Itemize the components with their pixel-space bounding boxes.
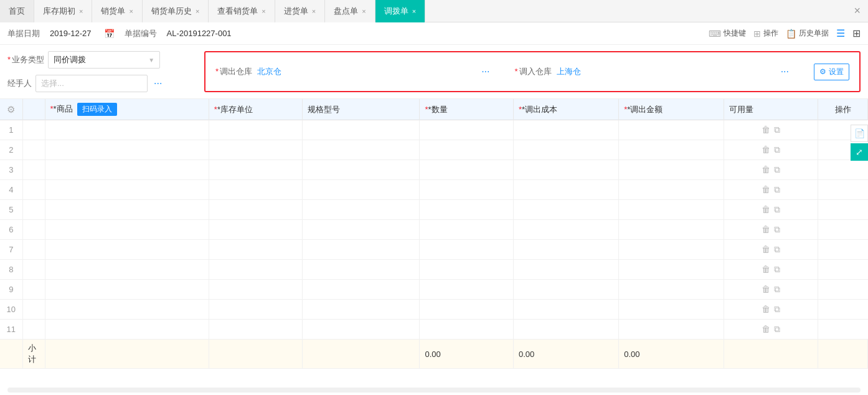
row-cost[interactable] <box>420 240 513 260</box>
scan-button[interactable]: 扫码录入 <box>77 103 117 116</box>
row-amount[interactable] <box>513 200 618 220</box>
row-spec[interactable] <box>209 240 302 260</box>
delete-icon[interactable]: 🗑 <box>762 244 770 254</box>
row-product[interactable] <box>22 260 45 280</box>
layout-btn-grid[interactable]: ⊞ <box>852 27 861 39</box>
row-unit[interactable] <box>45 180 209 200</box>
row-qty[interactable] <box>303 300 420 320</box>
tab-initial-stock[interactable]: 库存期初 × <box>34 0 92 22</box>
row-amount[interactable] <box>513 180 618 200</box>
delete-icon[interactable]: 🗑 <box>762 324 770 334</box>
row-product[interactable] <box>22 200 45 220</box>
delete-icon[interactable]: 🗑 <box>762 264 770 274</box>
row-amount[interactable] <box>513 240 618 260</box>
row-available[interactable] <box>619 300 724 320</box>
row-product[interactable] <box>22 180 45 200</box>
copy-icon[interactable]: ⧉ <box>774 264 780 274</box>
scrollbar-container[interactable] <box>0 385 868 395</box>
row-available[interactable] <box>619 180 724 200</box>
tab-home[interactable]: 首页 <box>0 0 34 22</box>
copy-icon[interactable]: ⧉ <box>774 204 780 214</box>
row-unit[interactable] <box>45 220 209 240</box>
tab-purchase-order-close[interactable]: × <box>312 7 316 15</box>
row-available[interactable] <box>619 140 724 160</box>
tab-inventory-close[interactable]: × <box>362 7 366 15</box>
row-unit[interactable] <box>45 200 209 220</box>
date-value[interactable]: 2019-12-27 <box>50 29 92 38</box>
row-unit[interactable] <box>45 320 209 340</box>
tab-view-sales-close[interactable]: × <box>262 7 265 15</box>
row-amount[interactable] <box>513 140 618 160</box>
row-cost[interactable] <box>420 200 513 220</box>
out-warehouse-value[interactable]: 北京仓 <box>257 66 281 77</box>
row-qty[interactable] <box>303 180 420 200</box>
copy-icon[interactable]: ⧉ <box>774 284 780 294</box>
row-product[interactable] <box>22 120 45 140</box>
shortcut-btn[interactable]: ⌨ 快捷键 <box>709 28 746 39</box>
row-cost[interactable] <box>420 140 513 160</box>
copy-icon[interactable]: ⧉ <box>774 224 780 234</box>
row-available[interactable] <box>619 200 724 220</box>
row-spec[interactable] <box>209 200 302 220</box>
row-spec[interactable] <box>209 180 302 200</box>
row-cost[interactable] <box>420 260 513 280</box>
row-available[interactable] <box>619 220 724 240</box>
copy-icon[interactable]: ⧉ <box>774 184 780 194</box>
row-qty[interactable] <box>303 160 420 180</box>
row-available[interactable] <box>619 260 724 280</box>
tab-sales-order-close[interactable]: × <box>129 7 133 15</box>
row-cost[interactable] <box>420 120 513 140</box>
row-amount[interactable] <box>513 280 618 300</box>
delete-icon[interactable]: 🗑 <box>762 284 770 294</box>
row-available[interactable] <box>619 120 724 140</box>
row-spec[interactable] <box>209 140 302 160</box>
row-spec[interactable] <box>209 260 302 280</box>
delete-icon[interactable]: 🗑 <box>762 304 770 314</box>
window-close-button[interactable]: × <box>846 4 868 17</box>
person-more-icon[interactable]: ··· <box>154 78 162 89</box>
row-amount[interactable] <box>513 300 618 320</box>
row-spec[interactable] <box>209 300 302 320</box>
delete-icon[interactable]: 🗑 <box>762 164 770 174</box>
ops-btn[interactable]: ⊞ 操作 <box>753 28 778 39</box>
row-qty[interactable] <box>303 280 420 300</box>
row-cost[interactable] <box>420 180 513 200</box>
sidebar-doc-button[interactable]: 📄 <box>851 125 868 142</box>
sidebar-expand-button[interactable]: ⤢ <box>851 143 868 161</box>
row-amount[interactable] <box>513 260 618 280</box>
row-qty[interactable] <box>303 320 420 340</box>
history-btn[interactable]: 📋 历史单据 <box>786 28 829 39</box>
delete-icon[interactable]: 🗑 <box>762 145 770 155</box>
row-unit[interactable] <box>45 120 209 140</box>
row-unit[interactable] <box>45 140 209 160</box>
row-qty[interactable] <box>303 200 420 220</box>
row-product[interactable] <box>22 320 45 340</box>
row-spec[interactable] <box>209 160 302 180</box>
tab-view-sales[interactable]: 查看销货单 × <box>209 0 275 22</box>
calendar-icon[interactable]: 📅 <box>104 29 115 39</box>
row-unit[interactable] <box>45 240 209 260</box>
row-unit[interactable] <box>45 260 209 280</box>
row-product[interactable] <box>22 140 45 160</box>
copy-icon[interactable]: ⧉ <box>774 125 780 135</box>
tab-sales-history-close[interactable]: × <box>196 7 199 15</box>
tab-initial-stock-close[interactable]: × <box>79 7 83 15</box>
row-qty[interactable] <box>303 220 420 240</box>
copy-icon[interactable]: ⧉ <box>774 145 780 155</box>
person-input[interactable]: 选择... <box>35 75 148 92</box>
row-product[interactable] <box>22 280 45 300</box>
layout-btn-list[interactable]: ☰ <box>836 27 845 39</box>
row-cost[interactable] <box>420 300 513 320</box>
copy-icon[interactable]: ⧉ <box>774 324 780 334</box>
row-product[interactable] <box>22 300 45 320</box>
row-spec[interactable] <box>209 220 302 240</box>
tab-transfer-close[interactable]: × <box>412 7 416 15</box>
tab-purchase-order[interactable]: 进货单 × <box>275 0 325 22</box>
row-spec[interactable] <box>209 320 302 340</box>
copy-icon[interactable]: ⧉ <box>774 244 780 254</box>
row-qty[interactable] <box>303 260 420 280</box>
row-available[interactable] <box>619 240 724 260</box>
tab-inventory[interactable]: 盘点单 × <box>325 0 375 22</box>
tab-transfer[interactable]: 调拨单 × <box>375 0 425 22</box>
row-unit[interactable] <box>45 300 209 320</box>
